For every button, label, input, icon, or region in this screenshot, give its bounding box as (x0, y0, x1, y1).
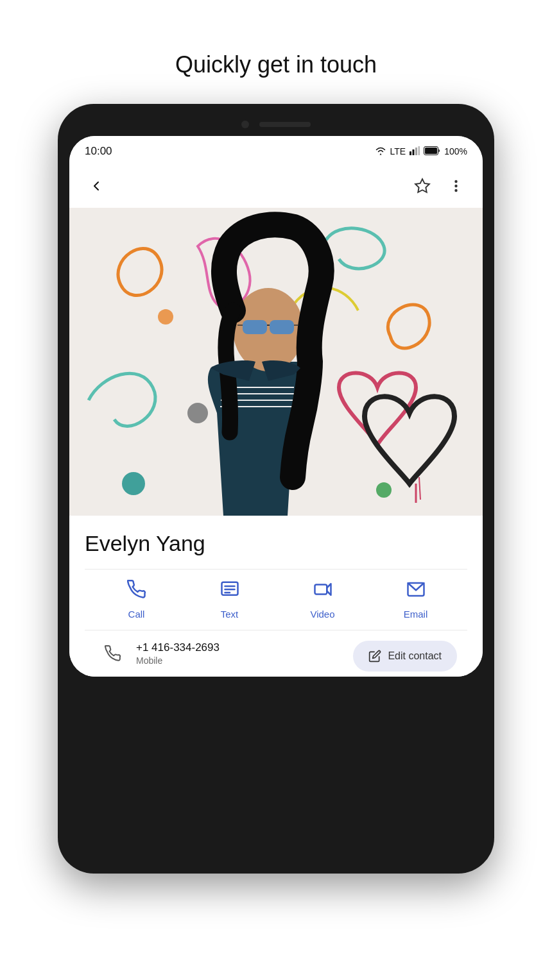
video-button[interactable]: Video (276, 580, 369, 620)
svg-point-8 (454, 185, 457, 187)
page-title: Quickly get in touch (175, 51, 377, 78)
phone-notch (69, 115, 483, 136)
action-buttons-row: Call Text (85, 569, 467, 630)
svg-point-13 (376, 482, 392, 498)
email-label: Email (404, 609, 428, 620)
camera-dot (241, 121, 249, 128)
back-button[interactable] (82, 172, 110, 200)
svg-point-7 (454, 180, 457, 183)
video-label: Video (310, 609, 334, 620)
svg-point-14 (158, 309, 173, 325)
video-icon (313, 580, 332, 604)
text-button[interactable]: Text (183, 580, 276, 620)
edit-contact-label: Edit contact (388, 650, 442, 662)
status-time: 10:00 (85, 145, 112, 158)
call-button[interactable]: Call (90, 580, 183, 620)
svg-rect-0 (410, 151, 411, 155)
contact-name: Evelyn Yang (85, 531, 467, 556)
more-options-button[interactable] (442, 172, 470, 200)
contact-photo (69, 208, 483, 516)
battery-icon (424, 146, 440, 157)
battery-percent: 100% (444, 146, 467, 156)
lte-label: LTE (390, 146, 406, 156)
email-button[interactable]: Email (369, 580, 462, 620)
text-icon (220, 580, 239, 604)
phone-screen: 10:00 LTE (69, 136, 483, 677)
status-bar: 10:00 LTE (69, 136, 483, 164)
svg-rect-19 (243, 320, 267, 334)
contact-info: Evelyn Yang Call (69, 516, 483, 677)
app-header (69, 164, 483, 208)
svg-rect-3 (418, 146, 420, 155)
status-icons: LTE (375, 146, 467, 157)
svg-rect-2 (415, 148, 417, 155)
svg-point-11 (187, 403, 208, 423)
phone-frame: 10:00 LTE (58, 104, 494, 874)
call-label: Call (128, 609, 145, 620)
svg-rect-20 (270, 320, 294, 334)
svg-marker-6 (415, 179, 429, 192)
signal-icon (410, 146, 420, 157)
call-icon (127, 580, 146, 604)
text-label: Text (221, 609, 239, 620)
svg-point-12 (122, 472, 145, 495)
svg-rect-5 (425, 148, 437, 154)
wifi-icon (375, 146, 386, 157)
svg-point-9 (454, 189, 457, 192)
speaker-bar (259, 122, 311, 127)
edit-contact-button[interactable]: Edit contact (353, 641, 457, 672)
phone-row-icon (100, 641, 126, 666)
phone-number-row: +1 416-334-2693 Mobile Edit contact (85, 630, 467, 677)
svg-rect-28 (315, 585, 327, 595)
favorite-button[interactable] (408, 172, 436, 200)
svg-rect-1 (413, 149, 415, 155)
header-actions (408, 172, 470, 200)
email-icon (406, 580, 426, 604)
